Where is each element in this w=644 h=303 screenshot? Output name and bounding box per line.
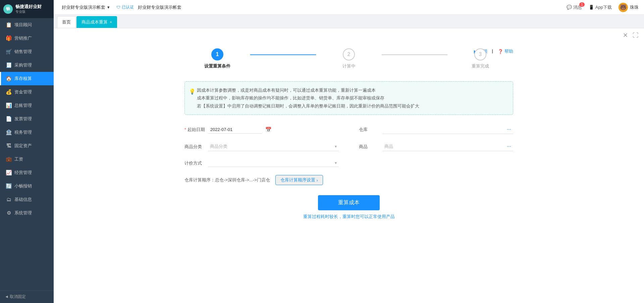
- start-date-row: 起始日期 📅: [184, 125, 339, 134]
- nav-icon-assets: 🏗: [6, 143, 12, 148]
- nav-label-payroll: 工资: [14, 156, 23, 162]
- info-box: 💡 因成本计算参数调整，或是对商品成本有疑问时，可以通过成本重算功能，重新计算一…: [184, 81, 513, 115]
- sidebar-item-invoice[interactable]: 📄发票管理: [0, 112, 54, 126]
- sidebar-item-expense[interactable]: 🔄小畅报销: [0, 179, 54, 193]
- nav-icon-payroll: 💼: [6, 156, 12, 162]
- app-download-button[interactable]: 📱 App下载: [589, 4, 612, 10]
- warehouse-order-btn[interactable]: 仓库计算顺序设置 ›: [275, 175, 323, 185]
- step-1-circle: 1: [211, 48, 223, 60]
- nav-icon-inventory: 🏠: [6, 76, 12, 82]
- nav-label-purchase: 采购管理: [14, 62, 32, 68]
- sidebar-item-payroll[interactable]: 💼工资: [0, 153, 54, 166]
- sidebar-item-tax[interactable]: 🏦税务管理: [0, 126, 54, 139]
- sidebar-item-sales[interactable]: 🛒销售管理: [0, 45, 54, 58]
- user-avatar: 🐻: [619, 3, 628, 12]
- nav-label-basic: 基础信息: [14, 197, 32, 203]
- helper-divider: |: [492, 48, 493, 54]
- verified-icon: 🛡: [116, 5, 120, 10]
- tab-home[interactable]: 首页: [57, 16, 76, 28]
- sidebar-header: 畅 畅捷通好业财 专业版: [0, 0, 54, 18]
- user-name: 珠珠: [630, 4, 639, 10]
- nav-icon-invoice: 📄: [6, 116, 12, 122]
- nav-icon-operations: 📈: [6, 170, 12, 176]
- product-more-icon[interactable]: ···: [507, 143, 511, 149]
- nav-label-expense: 小畅报销: [14, 183, 32, 189]
- nav-label-sales: 销售管理: [14, 49, 32, 55]
- verified-badge: 🛡 已认证: [116, 4, 134, 10]
- warehouse-order-label: 仓库计算顺序：总仓->深圳仓库->...->门店仓: [184, 177, 270, 183]
- account-dropdown-icon: ▾: [107, 5, 110, 10]
- recalc-hint: 重算过程耗时较长，重算时您可以正常使用产品: [184, 214, 513, 220]
- tab-bar: 首页 商品成本重算 ×: [54, 15, 644, 28]
- sidebar-item-marketing[interactable]: 🎁营销推广: [0, 32, 54, 45]
- help-link[interactable]: ❓ 帮助: [498, 48, 513, 54]
- nav-icon-marketing: 🎁: [6, 35, 12, 41]
- tab-recalc[interactable]: 商品成本重算 ×: [76, 16, 117, 28]
- sidebar-item-operations[interactable]: 📈经营管理: [0, 166, 54, 179]
- close-window-button[interactable]: ✕: [623, 32, 628, 39]
- start-date-input[interactable]: [208, 126, 262, 134]
- user-profile[interactable]: 🐻 珠珠: [619, 3, 639, 12]
- sidebar-item-basic[interactable]: 🗂基础信息: [0, 193, 54, 206]
- pricing-chevron-icon[interactable]: ▾: [335, 161, 337, 165]
- app-name: 畅捷通好业财: [15, 4, 42, 9]
- category-row: 商品分类 商品分类 ▾: [184, 142, 339, 151]
- product-placeholder: 商品: [384, 143, 393, 149]
- info-line-1: 因成本计算参数调整，或是对商品成本有疑问时，可以通过成本重算功能，重新计算一遍成…: [197, 86, 507, 94]
- sidebar-item-accounting[interactable]: 📊总账管理: [0, 99, 54, 112]
- nav-icon-tax: 🏦: [6, 129, 12, 135]
- nav-icon-expense: 🔄: [6, 183, 12, 189]
- start-date-label: 起始日期: [184, 127, 205, 133]
- account-selector[interactable]: 好业财专业版演示帐套 ▾: [59, 3, 112, 12]
- stepper: 1 设置重算条件 2 计算中 3 重算完成 ▶: [184, 42, 513, 69]
- category-label: 商品分类: [184, 144, 205, 150]
- app-download-label: App下载: [595, 4, 612, 10]
- warehouse-order-row: 仓库计算顺序：总仓->深圳仓库->...->门店仓 仓库计算顺序设置 ›: [184, 175, 513, 185]
- step-2-circle: 2: [343, 48, 355, 60]
- tab-recalc-label: 商品成本重算: [82, 19, 108, 25]
- info-line-3: 若【系统设置】中启用了自动调整记账日期时，会调整入库单的整单记账日期，因此重新计…: [197, 102, 507, 110]
- tab-close-icon[interactable]: ×: [110, 20, 112, 25]
- pricing-row: 计价方式 ▾: [184, 159, 339, 167]
- calendar-icon[interactable]: 📅: [265, 127, 272, 133]
- window-controls: ✕ ⛶: [623, 32, 639, 39]
- product-select[interactable]: 商品 ···: [382, 142, 513, 151]
- nav-icon-project: 📋: [6, 22, 12, 28]
- step-1-label: 设置重算条件: [204, 63, 230, 69]
- sidebar-item-purchase[interactable]: 🧾采购管理: [0, 58, 54, 72]
- nav-icon-basic: 🗂: [6, 197, 12, 202]
- sidebar-item-project[interactable]: 📋项目顾问: [0, 18, 54, 32]
- sidebar-item-assets[interactable]: 🏗固定资产: [0, 139, 54, 153]
- message-button[interactable]: 💬 消息 1: [567, 4, 582, 10]
- warehouse-row: 仓库 ···: [359, 125, 513, 134]
- app-edition: 专业版: [15, 9, 42, 14]
- recalculate-button[interactable]: 重算成本: [318, 195, 380, 210]
- product-row: 商品 商品 ···: [359, 142, 513, 151]
- warehouse-order-chevron-icon: ›: [317, 178, 318, 183]
- category-placeholder: 商品分类: [210, 143, 227, 149]
- tab-home-label: 首页: [62, 19, 71, 25]
- warehouse-select[interactable]: ···: [382, 125, 513, 134]
- step-2: 2 计算中: [316, 48, 382, 69]
- nav-label-project: 项目顾问: [14, 22, 32, 28]
- sidebar-footer-unpin[interactable]: ◄ 取消固定: [0, 290, 54, 303]
- info-line-2: 成本重算过程中，影响库存账的操作均不能操作，比如进货单、销货单、库存单据不能审核…: [197, 94, 507, 102]
- nav-label-inventory: 库存核算: [14, 76, 32, 82]
- phone-icon: 📱: [589, 5, 594, 10]
- main-area: 好业财专业版演示帐套 ▾ 🛡 已认证 好业财专业版演示帐套 💬 消息 1 📱 A…: [54, 0, 644, 303]
- expand-window-button[interactable]: ⛶: [633, 32, 639, 39]
- sidebar-item-inventory[interactable]: 🏠库存核算: [0, 72, 54, 85]
- step-2-label: 计算中: [342, 63, 356, 69]
- nav-label-marketing: 营销推广: [14, 35, 32, 41]
- warehouse-more-icon[interactable]: ···: [507, 126, 511, 132]
- category-select[interactable]: 商品分类 ▾: [208, 142, 339, 151]
- verified-account: 好业财专业版演示帐套: [138, 4, 181, 10]
- help-label: 帮助: [504, 48, 513, 54]
- sidebar-item-system[interactable]: ⚙系统管理: [0, 206, 54, 220]
- pricing-select[interactable]: ▾: [208, 159, 339, 167]
- nav-label-tax: 税务管理: [14, 129, 32, 135]
- nav-icon-purchase: 🧾: [6, 62, 12, 68]
- category-chevron-icon[interactable]: ▾: [335, 144, 337, 149]
- sidebar-item-finance[interactable]: 💰资金管理: [0, 85, 54, 99]
- step-line-2: [382, 54, 447, 55]
